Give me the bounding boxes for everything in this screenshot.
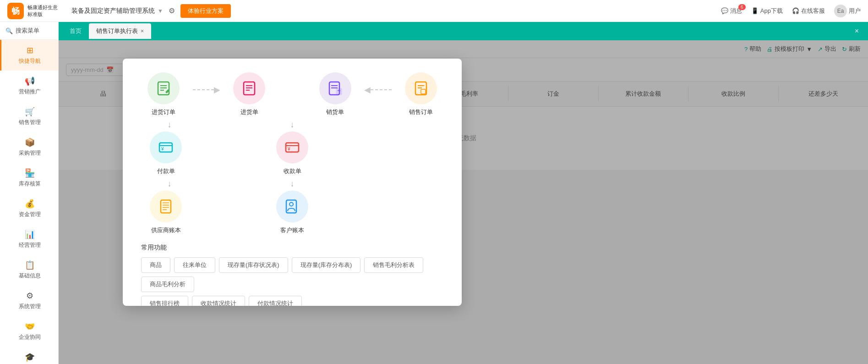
finance-icon: 💰: [25, 199, 35, 209]
svg-text:¥: ¥: [161, 147, 164, 152]
purchase-circle: [233, 72, 265, 104]
search-icon: 🔍: [5, 27, 13, 34]
arrow-down-receipt: ↓: [276, 179, 308, 189]
svg-point-29: [289, 202, 293, 206]
sidebar-search[interactable]: 🔍 搜索菜单: [0, 22, 58, 40]
flow-row-3: 供应商账本 客户账本: [141, 190, 443, 234]
sys-title-container: 装备及固定资产辅助管理系统 ▼: [71, 7, 163, 15]
func-btn-sales-rank[interactable]: 销售排行榜: [141, 296, 188, 306]
sidebar-item-purchase[interactable]: 📦 采购管理: [0, 132, 58, 163]
sales-icon: 🛒: [25, 107, 35, 117]
flow-node-purchase[interactable]: 进货单: [233, 72, 265, 116]
flow-node-sales-order[interactable]: 销售订单: [405, 72, 437, 116]
app-download-label: App下载: [760, 7, 783, 15]
func-btn-sales-gross[interactable]: 销售毛利分析表: [364, 257, 423, 273]
app-download-button[interactable]: 📱 App下载: [751, 7, 783, 15]
supplier-ledger-label: 供应商账本: [151, 226, 181, 234]
marketing-icon: 📢: [25, 76, 35, 86]
sidebar-item-sales[interactable]: 🛒 销售管理: [0, 101, 58, 132]
sidebar-item-finance[interactable]: 💰 资金管理: [0, 193, 58, 224]
purchase-label: 进货单: [240, 108, 258, 116]
func-buttons-row1: 商品 往来单位 现存量(库存状况表) 现存量(库存分布表) 销售毛利分析表 商品…: [141, 257, 443, 292]
user-menu[interactable]: Ea 用户: [834, 5, 861, 17]
func-btn-goods-gross[interactable]: 商品毛利分析: [141, 277, 194, 292]
tab-sales-order[interactable]: 销售订单执行表 ×: [89, 23, 151, 39]
customer-ledger-circle: [276, 190, 308, 223]
logo-line2: 标准版: [27, 11, 58, 17]
sidebar-item-quick-nav[interactable]: ⊞ 快捷导航: [0, 40, 58, 71]
receipt-circle: ¥: [276, 131, 308, 163]
sidebar-item-label: 系统管理: [19, 303, 41, 310]
logo-line1: 畅康通好生意: [27, 4, 58, 11]
svg-rect-23: [161, 200, 171, 213]
flow-node-receipt[interactable]: ¥ 收款单: [276, 131, 308, 175]
app-container: 畅 畅康通好生意 标准版 装备及固定资产辅助管理系统 ▼ ⚙ 体验行业方案 💬 …: [0, 0, 868, 364]
purchase-icon: 📦: [25, 137, 35, 147]
avatar: Ea: [834, 5, 847, 17]
flow-node-customer-ledger[interactable]: 客户账本: [276, 190, 308, 234]
logo-icon: 畅: [7, 3, 24, 19]
flow-node-sales-invoice[interactable]: 销货单: [319, 72, 351, 116]
payment-label: 付款单: [157, 167, 175, 175]
sales-invoice-circle: [319, 72, 351, 104]
sidebar-item-marketing[interactable]: 📢 营销推广: [0, 71, 58, 101]
sidebar-item-label: 销售管理: [19, 119, 41, 126]
system-icon: ⚙: [26, 291, 33, 301]
func-btn-receipt-stats[interactable]: 收款情况统计: [192, 296, 245, 306]
sidebar-item-enterprise[interactable]: 🤝 企业协同: [0, 316, 58, 347]
sidebar-item-basic-info[interactable]: 📋 基础信息: [0, 255, 58, 285]
sidebar-item-newbie[interactable]: 🎓 新手引导: [0, 347, 58, 364]
message-icon: 💬: [721, 7, 728, 14]
top-right-actions: 💬 消息 6 📱 App下载 🎧 在线客服 Ea 用户: [721, 5, 861, 17]
close-all-icon[interactable]: ×: [849, 25, 864, 37]
func-btn-inventory-dist[interactable]: 现存量(库存分布表): [292, 257, 361, 273]
func-btn-counterpart[interactable]: 往来单位: [174, 257, 215, 273]
common-functions-title: 常用功能: [141, 244, 443, 252]
newbie-icon: 🎓: [25, 352, 35, 362]
sidebar-item-label: 采购管理: [19, 149, 41, 157]
sidebar-item-inventory[interactable]: 🏪 库存核算: [0, 163, 58, 193]
tab-home-label: 首页: [70, 27, 82, 35]
service-icon: 🎧: [792, 7, 799, 14]
logo-text: 畅康通好生意 标准版: [27, 4, 58, 17]
sidebar-item-label: 企业协同: [19, 333, 41, 341]
message-button[interactable]: 💬 消息 6: [721, 7, 742, 15]
online-service-button[interactable]: 🎧 在线客服: [792, 7, 825, 15]
flow-node-payment[interactable]: ¥ 付款单: [150, 131, 182, 175]
modal-content: 进货订单 ▶: [123, 59, 462, 306]
arrow-down-sales-invoice: ↓: [276, 120, 308, 130]
payment-circle: ¥: [150, 131, 182, 163]
arrow-so-to-si: ◀: [364, 85, 392, 95]
sidebar-item-label: 库存核算: [19, 180, 41, 188]
online-service-label: 在线客服: [801, 7, 825, 15]
func-btn-goods[interactable]: 商品: [141, 257, 170, 273]
logo-char: 畅: [11, 5, 20, 16]
arrow-down-payment: ↓: [153, 179, 186, 189]
tab-home[interactable]: 首页: [62, 23, 89, 39]
func-btn-payment-stats[interactable]: 付款情况统计: [249, 296, 302, 306]
tab-close-icon[interactable]: ×: [141, 28, 144, 34]
sidebar-item-operations[interactable]: 📊 经营管理: [0, 224, 58, 255]
flow-node-supplier-ledger[interactable]: 供应商账本: [150, 190, 182, 234]
quick-nav-icon: ⊞: [27, 45, 33, 55]
sidebar-item-label: 资金管理: [19, 211, 41, 218]
settings-icon[interactable]: ⚙: [169, 6, 175, 15]
flow-arrows-down-1: ↓ ↓: [141, 120, 443, 130]
logo-area: 畅 畅康通好生意 标准版: [7, 3, 66, 19]
arrow-po-to-p: ▶: [193, 85, 220, 95]
message-badge: 6: [738, 4, 746, 10]
sidebar-item-system[interactable]: ⚙ 系统管理: [0, 285, 58, 316]
func-btn-inventory-status[interactable]: 现存量(库存状况表): [219, 257, 288, 273]
purchase-order-circle: [147, 72, 180, 104]
modal-overlay[interactable]: 进货订单 ▶: [59, 40, 868, 364]
func-buttons-row2: 销售排行榜 收款情况统计 付款情况统计: [141, 296, 443, 306]
trial-button[interactable]: 体验行业方案: [180, 4, 231, 18]
sidebar-item-label: 营销推广: [19, 88, 41, 96]
sidebar-item-label: 经营管理: [19, 241, 41, 249]
enterprise-icon: 🤝: [25, 321, 35, 331]
main-area: 🔍 搜索菜单 ⊞ 快捷导航 📢 营销推广 🛒 销售管理 📦 采购管理 🏪: [0, 22, 868, 364]
flow-node-purchase-order[interactable]: 进货订单: [147, 72, 180, 116]
user-label: 用户: [849, 7, 861, 15]
sys-title-dropdown-icon[interactable]: ▼: [158, 8, 163, 14]
svg-rect-16: [421, 89, 426, 94]
